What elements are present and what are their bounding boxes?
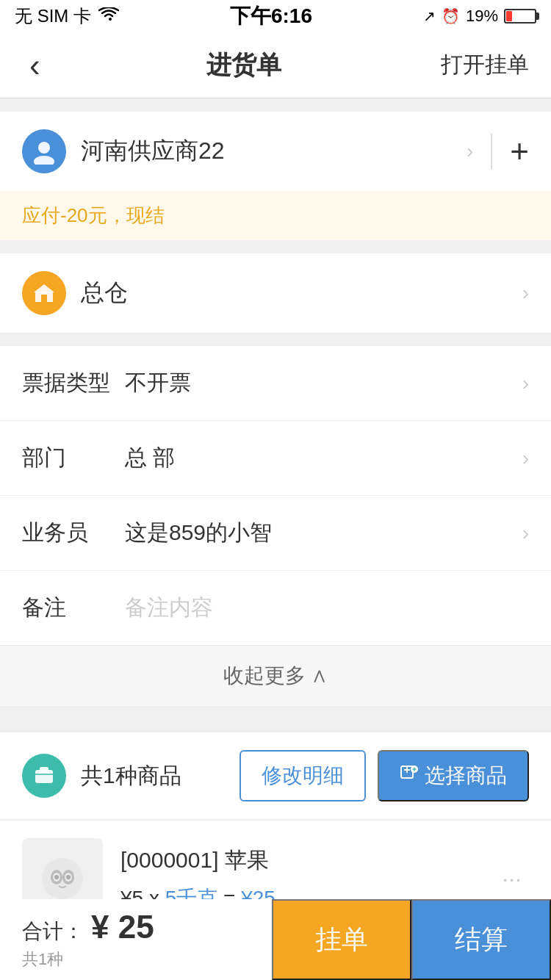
battery-percent: 19% xyxy=(466,7,498,26)
nav-title: 进货单 xyxy=(206,48,281,82)
salesperson-row[interactable]: 业务员 这是859的小智 › xyxy=(0,496,551,571)
nav-bar: ‹ 进货单 打开挂单 xyxy=(0,32,551,98)
location-icon: ↗ xyxy=(423,7,436,25)
svg-point-20 xyxy=(66,875,71,879)
status-time: 下午6:16 xyxy=(230,2,312,30)
remark-row[interactable]: 备注 备注内容 xyxy=(0,571,551,645)
invoice-type-value: 不开票 xyxy=(110,368,522,398)
svg-point-19 xyxy=(54,875,59,879)
product-section-icon xyxy=(22,754,66,798)
supplier-name: 河南供应商22 xyxy=(81,135,467,167)
collapse-bar[interactable]: 收起更多 ∧ xyxy=(0,645,551,706)
status-right: ↗ ⏰ 19% xyxy=(423,7,536,26)
product-more-button[interactable]: ··· xyxy=(494,858,529,900)
select-product-button[interactable]: 选择商品 xyxy=(378,750,529,801)
supplier-divider xyxy=(491,133,492,170)
divider-2 xyxy=(0,706,551,719)
department-label: 部门 xyxy=(22,443,110,473)
warehouse-icon xyxy=(22,271,66,315)
select-product-label: 选择商品 xyxy=(425,762,507,790)
notice-bar: 应付-20元，现结 xyxy=(0,191,551,240)
supplier-row[interactable]: 河南供应商22 › + xyxy=(0,112,551,191)
add-supplier-button[interactable]: + xyxy=(510,135,529,167)
invoice-type-row[interactable]: 票据类型 不开票 › xyxy=(0,346,551,421)
svg-rect-6 xyxy=(40,767,48,773)
warehouse-name: 总仓 xyxy=(81,277,522,309)
product-code: [0000001] xyxy=(120,848,218,872)
form-section: 票据类型 不开票 › 部门 总 部 › 业务员 这是859的小智 › 备注 备注… xyxy=(0,346,551,645)
open-pending-button[interactable]: 打开挂单 xyxy=(441,50,529,80)
supplier-card: 河南供应商22 › + 应付-20元，现结 xyxy=(0,112,551,240)
remark-label: 备注 xyxy=(22,593,110,623)
total-sub: 共1种 xyxy=(22,948,250,970)
back-button[interactable]: ‹ xyxy=(22,40,48,91)
supplier-avatar xyxy=(22,129,66,173)
invoice-type-label: 票据类型 xyxy=(22,368,110,398)
svg-marker-3 xyxy=(34,284,54,292)
warehouse-row[interactable]: 总仓 › xyxy=(0,253,551,333)
cart-icon xyxy=(400,764,419,788)
total-label: 合计： xyxy=(22,918,84,945)
salesperson-value: 这是859的小智 xyxy=(110,518,522,548)
product-count-label: 共1种商品 xyxy=(81,761,240,791)
remark-placeholder[interactable]: 备注内容 xyxy=(110,593,529,623)
supplier-chevron-icon: › xyxy=(467,140,473,163)
total-section: 合计： ¥ 25 共1种 xyxy=(0,909,272,970)
svg-point-0 xyxy=(38,142,50,154)
notice-text: 应付-20元，现结 xyxy=(22,204,165,226)
pending-button[interactable]: 挂单 xyxy=(272,899,411,980)
product-title: 苹果 xyxy=(225,848,269,872)
checkout-button[interactable]: 结算 xyxy=(411,899,551,980)
collapse-label: 收起更多 ∧ xyxy=(223,664,328,687)
total-label-row: 合计： ¥ 25 xyxy=(22,909,250,945)
department-value: 总 部 xyxy=(110,443,522,473)
battery-icon xyxy=(504,9,536,24)
svg-point-14 xyxy=(42,858,83,899)
status-left: 无 SIM 卡 xyxy=(15,4,119,28)
edit-detail-button[interactable]: 修改明细 xyxy=(240,750,366,801)
salesperson-chevron-icon: › xyxy=(522,522,529,545)
wifi-icon xyxy=(98,6,119,26)
department-row[interactable]: 部门 总 部 › xyxy=(0,421,551,496)
total-amount: ¥ 25 xyxy=(91,909,154,945)
product-name: [0000001] 苹果 xyxy=(120,846,494,876)
divider-1 xyxy=(0,98,551,112)
salesperson-label: 业务员 xyxy=(22,518,110,548)
svg-point-1 xyxy=(34,156,54,165)
product-header: 共1种商品 修改明细 选择商品 xyxy=(0,732,551,819)
carrier-label: 无 SIM 卡 xyxy=(15,4,91,28)
status-bar: 无 SIM 卡 下午6:16 ↗ ⏰ 19% xyxy=(0,0,551,32)
invoice-type-chevron-icon: › xyxy=(522,372,529,395)
warehouse-chevron-icon: › xyxy=(522,281,529,305)
bottom-bar: 合计： ¥ 25 共1种 挂单 结算 xyxy=(0,899,551,980)
department-chevron-icon: › xyxy=(522,447,529,470)
alarm-icon: ⏰ xyxy=(442,7,460,25)
svg-rect-4 xyxy=(41,295,47,302)
